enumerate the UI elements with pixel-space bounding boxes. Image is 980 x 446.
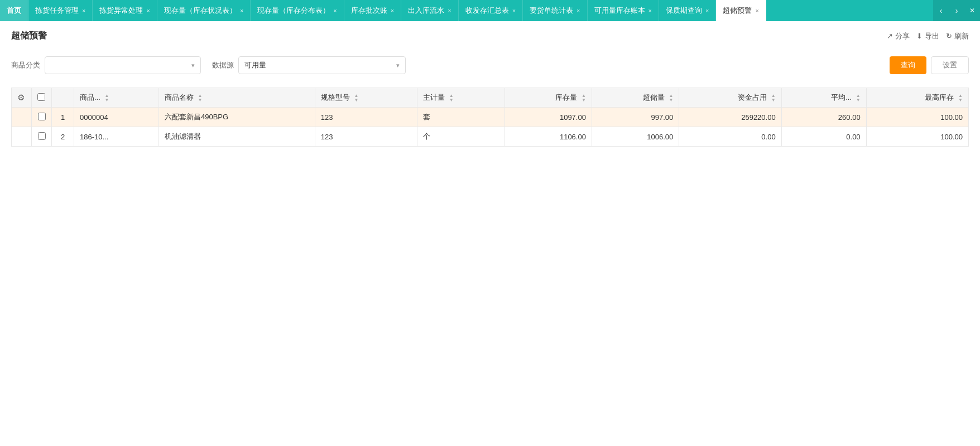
sort-icon-max-stock: ▲▼ bbox=[958, 94, 963, 103]
th-max-stock[interactable]: 最高库存 ▲▼ bbox=[866, 88, 968, 108]
td-avg-0: 260.00 bbox=[781, 108, 866, 127]
nav-arrow-close[interactable]: ✕ bbox=[964, 0, 980, 21]
nav-close-available-account[interactable]: × bbox=[648, 7, 652, 14]
nav-item-label: 保质期查询 bbox=[666, 6, 702, 16]
query-button[interactable]: 查询 bbox=[890, 56, 926, 74]
th-overstock[interactable]: 超储量 ▲▼ bbox=[592, 88, 679, 108]
share-icon: ↗ bbox=[887, 32, 893, 40]
table-row: 1 0000004 六配套新昌490BPG 123 套 1097.00 997.… bbox=[12, 108, 969, 127]
nav-item-abnormal[interactable]: 拣货异常处理× bbox=[93, 0, 157, 21]
th-check bbox=[32, 88, 52, 108]
nav-item-receipt-summary[interactable]: 收发存汇总表× bbox=[459, 0, 523, 21]
page-content: 超储预警 ↗ 分享 ⬇ 导出 ↻ 刷新 商品分类 ▾ 数据源 bbox=[0, 21, 980, 446]
nav-close-inventory-status[interactable]: × bbox=[240, 7, 243, 14]
td-check-0[interactable] bbox=[32, 108, 52, 127]
td-spec-1: 123 bbox=[315, 127, 417, 147]
nav-item-overstock[interactable]: 超储预警× bbox=[716, 0, 766, 21]
nav-item-order-stats[interactable]: 要货单统计表× bbox=[523, 0, 587, 21]
category-select[interactable]: ▾ bbox=[45, 56, 201, 74]
td-num-1: 2 bbox=[52, 127, 74, 147]
nav-arrows: ‹ › ✕ bbox=[933, 0, 980, 21]
nav-item-label: 收发存汇总表 bbox=[465, 6, 509, 16]
td-gear-0 bbox=[12, 108, 32, 127]
sort-icon-overstock: ▲▼ bbox=[669, 94, 673, 103]
td-spec-0: 123 bbox=[315, 108, 417, 127]
td-unit-1: 个 bbox=[417, 127, 505, 147]
table-row: 2 186-10... 机油滤清器 123 个 1106.00 1006.00 … bbox=[12, 127, 969, 147]
sort-icon-avg: ▲▼ bbox=[856, 94, 861, 103]
nav-arrow-left[interactable]: ‹ bbox=[933, 0, 949, 21]
filter-actions: 查询 设置 bbox=[890, 56, 969, 74]
th-unit[interactable]: 主计量 ▲▼ bbox=[417, 88, 505, 108]
nav-item-label: 超储预警 bbox=[723, 6, 752, 16]
datasource-filter-group: 数据源 可用量 ▾ bbox=[212, 56, 406, 74]
category-arrow-icon: ▾ bbox=[191, 62, 195, 69]
header-actions: ↗ 分享 ⬇ 导出 ↻ 刷新 bbox=[887, 31, 969, 41]
td-avg-1: 0.00 bbox=[781, 127, 866, 147]
nav-home[interactable]: 首页 bbox=[0, 0, 28, 21]
nav-close-receipt-summary[interactable]: × bbox=[512, 7, 516, 14]
gear-icon[interactable]: ⚙ bbox=[17, 93, 25, 102]
settings-button[interactable]: 设置 bbox=[931, 56, 969, 74]
td-product-code-0: 0000004 bbox=[74, 108, 159, 127]
nav-item-task-mgmt[interactable]: 拣货任务管理× bbox=[28, 0, 93, 21]
th-avg[interactable]: 平均... ▲▼ bbox=[781, 88, 866, 108]
export-button[interactable]: ⬇ 导出 bbox=[916, 31, 939, 41]
data-table: ⚙ 商品... ▲▼ 商品名称 ▲▼ 规格型号 ▲▼ bbox=[11, 88, 969, 147]
th-gear: ⚙ bbox=[12, 88, 32, 108]
nav-item-inventory-status[interactable]: 现存量（库存状况表）× bbox=[157, 0, 251, 21]
row-checkbox-1[interactable] bbox=[38, 132, 46, 140]
td-stock-0: 1097.00 bbox=[505, 108, 592, 127]
td-max-stock-0: 100.00 bbox=[866, 108, 968, 127]
nav-item-inout-flow[interactable]: 出入库流水× bbox=[401, 0, 458, 21]
td-product-code-1: 186-10... bbox=[74, 127, 159, 147]
nav-item-label: 出入库流水 bbox=[408, 6, 444, 16]
export-icon: ⬇ bbox=[916, 32, 923, 40]
nav-close-shelf-life[interactable]: × bbox=[705, 7, 709, 14]
nav-item-label: 现存量（库存状况表） bbox=[164, 6, 237, 16]
th-spec[interactable]: 规格型号 ▲▼ bbox=[315, 88, 417, 108]
td-unit-0: 套 bbox=[417, 108, 505, 127]
row-checkbox-0[interactable] bbox=[38, 113, 46, 120]
nav-close-batch[interactable]: × bbox=[391, 7, 394, 14]
th-product-name[interactable]: 商品名称 ▲▼ bbox=[158, 88, 315, 108]
th-num bbox=[52, 88, 74, 108]
filter-area: 商品分类 ▾ 数据源 可用量 ▾ 查询 设置 bbox=[11, 51, 969, 80]
th-product-code[interactable]: 商品... ▲▼ bbox=[74, 88, 159, 108]
refresh-button[interactable]: ↻ 刷新 bbox=[946, 31, 969, 41]
category-filter-group: 商品分类 ▾ bbox=[11, 56, 201, 74]
th-capital[interactable]: 资金占用 ▲▼ bbox=[679, 88, 781, 108]
nav-item-label: 拣货任务管理 bbox=[35, 6, 79, 16]
td-capital-0: 259220.00 bbox=[679, 108, 781, 127]
td-check-1[interactable] bbox=[32, 127, 52, 147]
nav-item-available-account[interactable]: 可用量库存账本× bbox=[588, 0, 659, 21]
nav-item-label: 要货单统计表 bbox=[530, 6, 573, 16]
sort-icon-product-code: ▲▼ bbox=[104, 94, 109, 103]
nav-item-label: 拣货异常处理 bbox=[99, 6, 143, 16]
sort-icon-capital: ▲▼ bbox=[771, 94, 776, 103]
nav-item-label: 库存批次账 bbox=[351, 6, 387, 16]
nav-close-order-stats[interactable]: × bbox=[577, 7, 580, 14]
datasource-select[interactable]: 可用量 ▾ bbox=[238, 56, 406, 74]
page-title: 超储预警 bbox=[11, 30, 47, 42]
nav-close-abnormal[interactable]: × bbox=[146, 7, 150, 14]
nav-close-inventory-dist[interactable]: × bbox=[333, 7, 337, 14]
nav-item-inventory-dist[interactable]: 现存量（库存分布表）× bbox=[251, 0, 344, 21]
datasource-label: 数据源 bbox=[212, 60, 234, 70]
select-all-checkbox[interactable] bbox=[37, 93, 45, 101]
share-button[interactable]: ↗ 分享 bbox=[887, 31, 910, 41]
td-max-stock-1: 100.00 bbox=[866, 127, 968, 147]
nav-close-inout-flow[interactable]: × bbox=[448, 7, 451, 14]
nav-item-shelf-life[interactable]: 保质期查询× bbox=[659, 0, 716, 21]
nav-item-label: 现存量（库存分布表） bbox=[257, 6, 330, 16]
td-product-name-0: 六配套新昌490BPG bbox=[158, 108, 315, 127]
th-stock[interactable]: 库存量 ▲▼ bbox=[505, 88, 592, 108]
nav-close-task-mgmt[interactable]: × bbox=[82, 7, 85, 14]
nav-arrow-right[interactable]: › bbox=[949, 0, 964, 21]
refresh-icon: ↻ bbox=[946, 32, 952, 40]
nav-close-overstock[interactable]: × bbox=[755, 7, 758, 14]
nav-item-batch[interactable]: 库存批次账× bbox=[344, 0, 401, 21]
top-nav: 首页 拣货任务管理×拣货异常处理×现存量（库存状况表）×现存量（库存分布表）×库… bbox=[0, 0, 980, 21]
category-label: 商品分类 bbox=[11, 60, 40, 70]
td-capital-1: 0.00 bbox=[679, 127, 781, 147]
